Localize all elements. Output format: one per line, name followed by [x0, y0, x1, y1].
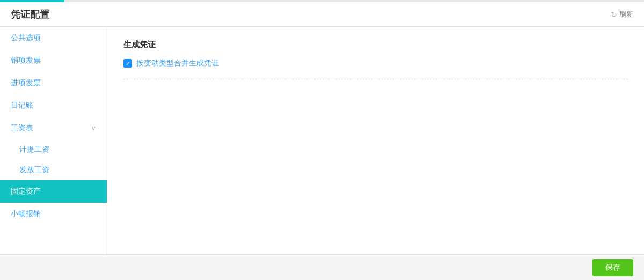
sidebar-item-label-public: 公共选项 [11, 33, 41, 43]
sidebar-item-sales-invoice[interactable]: 销项发票 [0, 49, 107, 72]
sidebar-item-label-sales-invoice: 销项发票 [11, 56, 41, 65]
sidebar-item-pay-payroll[interactable]: 发放工资 [0, 160, 107, 180]
sidebar-item-purchase-invoice[interactable]: 进项发票 [0, 72, 107, 94]
sidebar-item-label-purchase-invoice: 进项发票 [11, 78, 41, 88]
sidebar-item-label-payroll: 工资表 [11, 123, 33, 133]
sidebar-item-fixed-assets[interactable]: 固定资产 [0, 180, 107, 203]
sidebar-item-label-expense: 小畅报销 [11, 209, 41, 219]
sidebar-item-label-fixed-assets: 固定资产 [11, 187, 41, 196]
chevron-down-icon: ∨ [91, 124, 96, 132]
save-button[interactable]: 保存 [592, 259, 633, 276]
footer: 保存 [0, 254, 644, 280]
sidebar-item-expense[interactable]: 小畅报销 [0, 203, 107, 225]
section-title: 生成凭证 [123, 40, 628, 50]
sidebar: 公共选项销项发票进项发票日记账工资表∨计提工资发放工资固定资产小畅报销 [0, 27, 107, 254]
content-area: 生成凭证 ✓ 按变动类型合并生成凭证 [107, 27, 644, 254]
sidebar-item-label-journal: 日记账 [11, 101, 33, 110]
checkbox-label[interactable]: 按变动类型合并生成凭证 [136, 58, 219, 68]
refresh-icon: ↻ [611, 10, 617, 19]
refresh-button[interactable]: ↻ 刷新 [611, 10, 633, 19]
sidebar-item-journal[interactable]: 日记账 [0, 94, 107, 117]
top-bar [0, 0, 644, 2]
section-divider [123, 79, 628, 79]
checkbox-row: ✓ 按变动类型合并生成凭证 [123, 58, 628, 68]
top-bar-active-indicator [0, 0, 64, 2]
main-layout: 公共选项销项发票进项发票日记账工资表∨计提工资发放工资固定资产小畅报销 生成凭证… [0, 27, 644, 254]
merge-checkbox[interactable]: ✓ [123, 59, 132, 68]
page-title: 凭证配置 [11, 8, 49, 21]
sidebar-item-public[interactable]: 公共选项 [0, 27, 107, 49]
refresh-label: 刷新 [619, 10, 633, 19]
header: 凭证配置 ↻ 刷新 [0, 2, 644, 27]
sidebar-item-calc-payroll[interactable]: 计提工资 [0, 139, 107, 160]
check-mark-icon: ✓ [126, 61, 130, 67]
sidebar-item-payroll[interactable]: 工资表∨ [0, 117, 107, 139]
